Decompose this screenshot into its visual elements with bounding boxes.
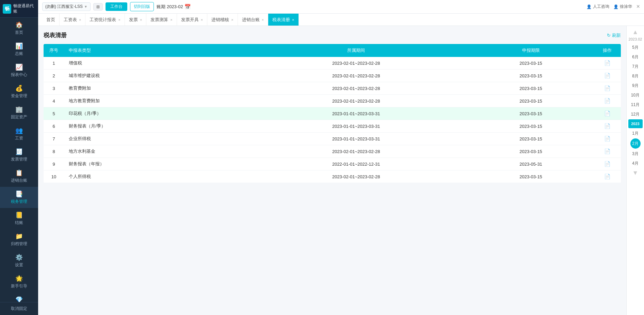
sidebar-item-assets[interactable]: 🏢 固定资产: [0, 102, 38, 123]
tab-invoices[interactable]: 发票 ×: [125, 14, 146, 26]
tab-invoice-calc-close[interactable]: ×: [170, 18, 172, 22]
right-panel: ▲ 2023.02 5月 6月 7月 8月 9月 10月 11月 12月 202…: [626, 26, 644, 315]
action-icon[interactable]: 📄: [604, 110, 611, 116]
close-books-icon: 📒: [15, 211, 23, 219]
ledger-icon: 📊: [15, 42, 23, 50]
table-row: 1 增值税 2023-02-01~2023-02-28 2023-03-15 📄: [44, 57, 621, 70]
sidebar-item-settings[interactable]: ⚙️ 设置: [0, 250, 38, 271]
sidebar-item-guide-label: 新手引导: [11, 283, 27, 289]
tax-icon: 📑: [15, 190, 23, 198]
sidebar-item-invoices[interactable]: 🧾 发票管理: [0, 145, 38, 166]
action-icon[interactable]: 📄: [604, 123, 611, 129]
action-icon[interactable]: 📄: [604, 98, 611, 104]
tab-salary-stats-close[interactable]: ×: [118, 18, 120, 22]
year-2023-tag: 2023: [628, 119, 643, 128]
tab-invoice-calc[interactable]: 发票测算 ×: [146, 14, 177, 26]
cell-period: 2023-01-01~2023-03-31: [244, 120, 468, 133]
action-icon[interactable]: 📄: [604, 136, 611, 141]
sidebar-item-ledger[interactable]: 📊 总账: [0, 39, 38, 60]
sidebar-item-reports-label: 报表中心: [11, 72, 27, 78]
cell-type: 财务报表（月/季）: [64, 120, 244, 133]
month-8[interactable]: 8月: [628, 72, 643, 80]
workbench-button[interactable]: 工作台: [106, 2, 127, 11]
action-icon[interactable]: 📄: [604, 174, 611, 179]
tab-invoice-issue-close[interactable]: ×: [201, 18, 203, 22]
tab-invoice-calc-label: 发票测算: [150, 17, 168, 23]
tab-purchase-ledger[interactable]: 进销台账 ×: [238, 14, 268, 26]
cell-type: 城市维护建设税: [64, 70, 244, 82]
tab-salary-table-close[interactable]: ×: [79, 18, 81, 22]
sidebar-item-reports[interactable]: 📈 报表中心: [0, 60, 38, 81]
month-11[interactable]: 11月: [628, 100, 643, 109]
col-deadline: 申报期限: [468, 44, 594, 57]
cell-action: 📄: [594, 120, 621, 133]
year-label-2023: 2023.02: [628, 36, 643, 43]
cell-no: 10: [44, 170, 64, 183]
sidebar-item-ledger-label: 总账: [15, 51, 23, 57]
action-icon[interactable]: 📄: [604, 161, 611, 167]
month-2-active[interactable]: 2月: [630, 138, 641, 149]
panel-expand-up[interactable]: ▲: [632, 29, 639, 36]
cell-action: 📄: [594, 145, 621, 158]
refresh-button[interactable]: ↻ 刷新: [607, 32, 621, 39]
reports-icon: 📈: [15, 63, 23, 71]
tab-purchase-audit[interactable]: 进销稽核 ×: [207, 14, 238, 26]
action-icon[interactable]: 📄: [604, 60, 611, 66]
table-row: 10 个人所得税 2023-02-01~2023-02-28 2023-03-1…: [44, 170, 621, 183]
period-text-label: 账期: [157, 4, 165, 10]
table-row: 8 地方水利基金 2023-02-01~2023-02-28 2023-03-1…: [44, 145, 621, 158]
month-12[interactable]: 12月: [628, 110, 643, 119]
human-consult[interactable]: 👤 人工咨询: [586, 4, 609, 10]
tab-home-label: 首页: [46, 17, 55, 23]
tab-tax-list-close[interactable]: ×: [292, 18, 294, 22]
cell-period: 2023-01-01~2023-03-31: [244, 133, 468, 145]
calendar-icon[interactable]: 📅: [184, 4, 191, 10]
funds-icon: 💰: [15, 85, 23, 92]
sidebar-item-purchase-sales[interactable]: 📋 进销台账: [0, 166, 38, 187]
tab-home[interactable]: 首页: [42, 14, 60, 26]
cell-type: 地方教育费附加: [64, 95, 244, 107]
tab-invoice-issue[interactable]: 发票开具 ×: [177, 14, 207, 26]
unpin-button[interactable]: 取消固定: [0, 302, 38, 315]
action-icon[interactable]: 📄: [604, 85, 611, 91]
cell-action: 📄: [594, 82, 621, 95]
action-icon[interactable]: 📄: [604, 73, 611, 78]
sidebar-item-member[interactable]: 💎 畅会员: [0, 292, 38, 302]
sidebar-item-funds[interactable]: 💰 资金管理: [0, 81, 38, 102]
sidebar-nav: 🏠 首页 📊 总账 📈 报表中心 💰 资金管理 🏢 固定资产 👥 工资 🧾 发票…: [0, 18, 38, 302]
cell-no: 4: [44, 95, 64, 107]
sidebar-item-guide[interactable]: 🌟 新手引导: [0, 271, 38, 292]
sidebar-item-salary[interactable]: 👥 工资: [0, 123, 38, 145]
tab-tax-list[interactable]: 税表清册 ×: [268, 14, 299, 26]
sidebar-item-tax[interactable]: 📑 税务管理: [0, 187, 38, 208]
sidebar-item-archive[interactable]: 📁 归档管理: [0, 229, 38, 250]
tab-invoices-close[interactable]: ×: [140, 18, 142, 22]
month-10[interactable]: 10月: [628, 91, 643, 100]
sidebar-item-home[interactable]: 🏠 首页: [0, 18, 38, 39]
switch-old-button[interactable]: 切到旧版: [130, 2, 154, 11]
tab-salary-table[interactable]: 工资表 ×: [60, 14, 85, 26]
cell-deadline: 2023-05-31: [468, 158, 594, 170]
sidebar-item-settings-label: 设置: [15, 262, 23, 268]
company-selector[interactable]: (勿删) 江西服宝-LSS ▼: [42, 2, 91, 11]
cell-action: 📄: [594, 95, 621, 107]
sidebar-item-close[interactable]: 📒 结账: [0, 208, 38, 229]
window-close-button[interactable]: ×: [636, 3, 640, 10]
member-icon: 💎: [15, 296, 23, 302]
month-7[interactable]: 7月: [628, 62, 643, 71]
tab-purchase-ledger-close[interactable]: ×: [262, 18, 264, 22]
action-icon[interactable]: 📄: [604, 148, 611, 154]
month-9[interactable]: 9月: [628, 81, 643, 90]
tab-purchase-audit-close[interactable]: ×: [231, 18, 233, 22]
month-1[interactable]: 1月: [628, 129, 643, 138]
copy-button[interactable]: ⊞: [93, 3, 103, 11]
tab-salary-stats[interactable]: 工资统计报表 ×: [85, 14, 125, 26]
refresh-label: 刷新: [612, 32, 621, 39]
month-5[interactable]: 5月: [628, 43, 643, 52]
month-4[interactable]: 4月: [628, 159, 643, 168]
month-3[interactable]: 3月: [628, 149, 643, 158]
month-6[interactable]: 6月: [628, 52, 643, 61]
panel-collapse-down[interactable]: ▼: [632, 169, 639, 177]
user-profile[interactable]: 👤 徐涂华: [613, 4, 632, 10]
sidebar-item-close-label: 结账: [15, 220, 23, 226]
